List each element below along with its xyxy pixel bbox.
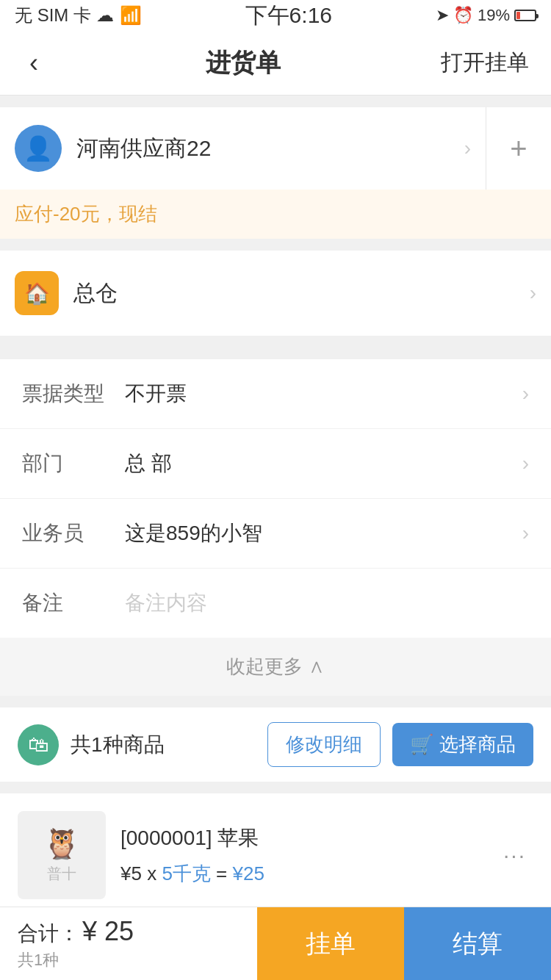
status-time: 下午6:16 — [245, 1, 332, 31]
quantity: 5千克 — [162, 862, 210, 884]
warehouse-icon: 🏠 — [15, 271, 59, 315]
product-code: [0000001] — [120, 826, 212, 849]
product-info: [0000001] 苹果 ¥5 x 5千克 = ¥25 — [120, 824, 481, 887]
edit-detail-button[interactable]: 修改明细 — [267, 722, 381, 767]
total-price: ¥25 — [233, 862, 264, 884]
invoice-type-value: 不开票 — [110, 380, 515, 408]
product-item: 🦉 普十 [0000001] 苹果 ¥5 x 5千克 = ¥25 ··· — [0, 793, 551, 917]
product-thumb-owl-icon: 🦉 — [43, 826, 80, 861]
department-row[interactable]: 部门 总 部 › — [0, 429, 551, 499]
warehouse-chevron-icon: › — [530, 281, 536, 305]
battery-icon — [514, 10, 536, 21]
salesman-value: 这是859的小智 — [110, 519, 515, 547]
warehouse-name: 总仓 — [73, 278, 522, 309]
department-chevron-icon: › — [522, 452, 529, 475]
supplier-avatar: 👤 — [15, 125, 62, 172]
nav-bar: ‹ 进货单 打开挂单 — [0, 31, 551, 96]
battery-label: 19% — [478, 6, 510, 25]
payment-hint: 应付-20元，现结 — [0, 190, 551, 239]
sim-label: 无 SIM 卡 ☁ — [15, 4, 114, 27]
checkout-button[interactable]: 结算 — [404, 907, 551, 980]
remark-label: 备注 — [22, 589, 110, 617]
product-thumbnail: 🦉 普十 — [18, 811, 106, 899]
products-icon: 🛍 — [18, 724, 59, 765]
form-section: 票据类型 不开票 › 部门 总 部 › 业务员 这是859的小智 › 备注 备注… — [0, 359, 551, 638]
page-title: 进货单 — [206, 46, 281, 80]
supplier-chevron-icon: › — [464, 137, 471, 160]
invoice-type-chevron-icon: › — [522, 382, 529, 406]
product-price-row: ¥5 x 5千克 = ¥25 — [120, 861, 481, 887]
multiply-sign: x — [147, 862, 162, 884]
home-icon: 🏠 — [24, 281, 50, 306]
supplier-add-button[interactable]: + — [486, 107, 551, 190]
department-value: 总 部 — [110, 450, 515, 478]
bottom-bar: 合计： ¥ 25 共1种 挂单 结算 — [0, 907, 551, 980]
product-more-button[interactable]: ··· — [496, 835, 533, 875]
back-button[interactable]: ‹ — [22, 40, 46, 86]
invoice-type-row[interactable]: 票据类型 不开票 › — [0, 359, 551, 429]
supplier-name: 河南供应商22 — [76, 134, 457, 164]
status-right: ➤ ⏰ 19% — [436, 6, 536, 25]
bag-icon: 🛍 — [28, 732, 48, 757]
separator-1 — [0, 96, 551, 107]
warehouse-selector[interactable]: 🏠 总仓 › — [0, 251, 551, 336]
status-bar: 无 SIM 卡 ☁ 📶 下午6:16 ➤ ⏰ 19% — [0, 0, 551, 31]
equals-sign: = — [216, 862, 232, 884]
remark-row[interactable]: 备注 备注内容 — [0, 569, 551, 638]
salesman-label: 业务员 — [22, 519, 110, 547]
product-title: 苹果 — [217, 826, 259, 849]
supplier-section: 👤 河南供应商22 › + — [0, 107, 551, 190]
wifi-icon: 📶 — [120, 5, 142, 26]
salesman-chevron-icon: › — [522, 522, 529, 545]
alarm-icon: ⏰ — [453, 6, 473, 25]
cart-icon: 🛒 — [410, 733, 433, 756]
supplier-selector[interactable]: 👤 河南供应商22 › — [0, 107, 486, 190]
product-name: [0000001] 苹果 — [120, 824, 481, 852]
location-icon: ➤ — [436, 6, 449, 25]
invoice-type-label: 票据类型 — [22, 380, 110, 408]
total-section: 合计： ¥ 25 共1种 — [0, 907, 257, 980]
open-hang-button[interactable]: 打开挂单 — [441, 48, 529, 78]
salesman-row[interactable]: 业务员 这是859的小智 › — [0, 499, 551, 569]
department-label: 部门 — [22, 450, 110, 478]
select-product-button[interactable]: 🛒 选择商品 — [392, 723, 533, 766]
unit-price: ¥5 — [120, 862, 142, 884]
supplier-avatar-icon: 👤 — [24, 134, 53, 162]
remark-input[interactable]: 备注内容 — [110, 589, 529, 617]
total-count: 共1种 — [18, 949, 240, 971]
products-count: 共1种商品 — [71, 731, 256, 759]
status-left: 无 SIM 卡 ☁ 📶 — [15, 4, 142, 27]
hang-button[interactable]: 挂单 — [257, 907, 404, 980]
separator-2 — [0, 347, 551, 359]
collapse-button[interactable]: 收起更多 ∧ — [0, 638, 551, 696]
products-header: 🛍 共1种商品 修改明细 🛒 选择商品 — [0, 707, 551, 782]
total-amount: ¥ 25 — [82, 916, 134, 947]
product-thumb-text: 普十 — [47, 864, 76, 884]
total-label: 合计： — [18, 920, 79, 948]
